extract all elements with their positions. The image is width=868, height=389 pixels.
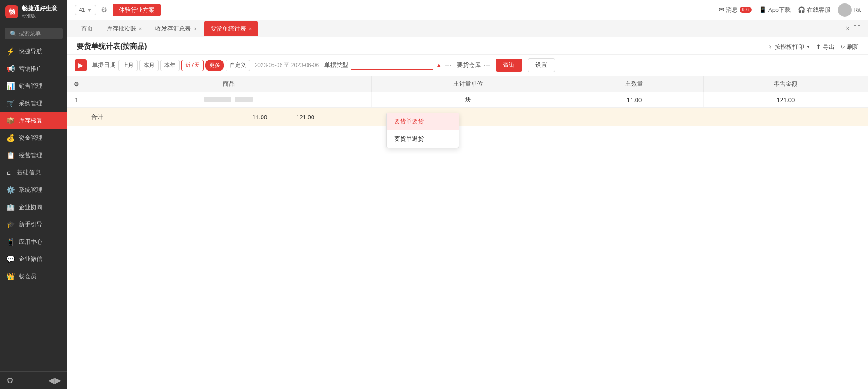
sidebar-item-app[interactable]: 📱 应用中心 xyxy=(0,233,67,251)
message-icon: ✉ xyxy=(719,6,724,13)
message-button[interactable]: ✉ 消息 99+ xyxy=(719,6,752,14)
filter-settings-button[interactable]: 设置 xyxy=(528,58,555,72)
sidebar-item-system[interactable]: ⚙️ 系统管理 xyxy=(0,181,67,199)
tab-close-all-icon[interactable]: × xyxy=(846,25,850,33)
export-icon: ⬆ xyxy=(816,43,821,50)
filter-date-7days[interactable]: 近7天 xyxy=(181,60,204,71)
page-content: 要货单统计表(按商品) 🖨 按模板打印 ▼ ⬆ 导出 ↻ 刷新 xyxy=(67,37,868,389)
purchase-icon: 🛒 xyxy=(6,99,15,107)
wechat-icon: 💬 xyxy=(6,255,15,263)
refresh-button[interactable]: ↻ 刷新 xyxy=(840,43,859,51)
filter-quick-buttons: 上月 本月 本年 近7天 更多 自定义 xyxy=(118,60,250,71)
sidebar-item-wechat[interactable]: 💬 企业微信 xyxy=(0,251,67,268)
sidebar-item-purchase[interactable]: 🛒 采购管理 xyxy=(0,95,67,112)
page-title: 要货单统计表(按商品) xyxy=(77,42,147,51)
message-badge: 99+ xyxy=(740,7,752,13)
sidebar-nav: ⚡ 快捷导航 📢 营销推广 📊 销售管理 🛒 采购管理 📦 库存核算 💰 资金管… xyxy=(0,43,67,371)
filter-bar: ▶ 单据日期 上月 本月 本年 近7天 更多 自定义 2023-05-06 至 … xyxy=(67,54,868,76)
tab-close-icon[interactable]: × xyxy=(139,26,142,31)
print-button[interactable]: 🖨 按模板打印 ▼ xyxy=(767,43,811,51)
sidebar-logo: 畅 xyxy=(5,5,18,18)
tabs-bar: 首页 库存批次账 × 收发存汇总表 × 要货单统计表 × × ⛶ xyxy=(67,20,868,37)
tab-close-icon[interactable]: × xyxy=(249,26,252,31)
phone-icon: 📱 xyxy=(759,6,766,13)
dropdown-item-return[interactable]: 要货单退货 xyxy=(387,130,459,148)
settings-icon[interactable]: ⚙ xyxy=(6,375,14,385)
sidebar-item-sales[interactable]: 📊 销售管理 xyxy=(0,77,67,95)
export-label: 导出 xyxy=(823,43,835,51)
search-icon: 🔍 xyxy=(10,31,17,37)
filter-warehouse-more[interactable]: ··· xyxy=(483,61,490,70)
sidebar-item-label: 基础信息 xyxy=(17,169,41,177)
filter-more-button[interactable]: ··· xyxy=(445,61,452,70)
sidebar-item-enterprise[interactable]: 🏢 企业协同 xyxy=(0,199,67,216)
enterprise-icon: 🏢 xyxy=(6,203,15,211)
filter-type-arrow-up[interactable]: ▲ xyxy=(436,61,442,69)
td-amount: 121.00 xyxy=(703,92,868,108)
sidebar-item-label: 系统管理 xyxy=(19,186,42,194)
service-button[interactable]: 🎧 在线客服 xyxy=(798,6,831,14)
th-unit: 主计量单位 xyxy=(371,76,565,92)
filter-date-more[interactable]: 更多 xyxy=(205,60,224,71)
filter-type-label: 单据类型 xyxy=(324,61,348,69)
filter-expand-button[interactable]: ▶ xyxy=(75,59,87,71)
guide-icon: 🎓 xyxy=(6,220,15,229)
topbar-right: ✉ 消息 99+ 📱 App下载 🎧 在线客服 Rit xyxy=(719,3,861,17)
sidebar-footer: ⚙ ◀▶ xyxy=(0,371,67,389)
sidebar-item-label: 经营管理 xyxy=(19,151,42,159)
tab-receive-summary[interactable]: 收发存汇总表 × xyxy=(149,21,203,36)
maximize-icon[interactable]: ⛶ xyxy=(853,25,861,33)
filter-date-custom[interactable]: 自定义 xyxy=(226,60,250,71)
topbar-settings-icon[interactable]: ⚙ xyxy=(101,5,107,14)
message-label: 消息 xyxy=(726,6,738,14)
sidebar-item-marketing[interactable]: 📢 营销推广 xyxy=(0,60,67,77)
filter-date-month[interactable]: 本月 xyxy=(139,60,159,71)
sidebar-item-inventory[interactable]: 📦 库存核算 xyxy=(0,112,67,129)
sidebar-item-label: 资金管理 xyxy=(19,134,42,142)
refresh-label: 刷新 xyxy=(847,43,859,51)
sidebar-item-label: 库存核算 xyxy=(19,117,42,125)
sidebar-item-basic[interactable]: 🗂 基础信息 xyxy=(0,164,67,181)
tab-current[interactable]: 要货单统计表 × xyxy=(204,21,258,36)
sidebar-search-label: 搜索菜单 xyxy=(19,30,41,37)
footer-amount: 121.00 xyxy=(282,114,328,121)
sidebar-item-finance[interactable]: 💰 资金管理 xyxy=(0,129,67,147)
sidebar-item-shortcut[interactable]: ⚡ 快捷导航 xyxy=(0,43,67,60)
page-actions: 🖨 按模板打印 ▼ ⬆ 导出 ↻ 刷新 xyxy=(767,43,859,51)
tab-home[interactable]: 首页 xyxy=(75,21,99,36)
dropdown-item-order[interactable]: 要货单要货 xyxy=(387,113,459,130)
filter-type-input[interactable] xyxy=(351,61,433,70)
filter-date-range: 2023-05-06 至 2023-06-06 xyxy=(255,61,319,69)
app-download-button[interactable]: 📱 App下载 xyxy=(759,6,791,14)
app-label: App下载 xyxy=(768,6,791,14)
export-button[interactable]: ⬆ 导出 xyxy=(816,43,835,51)
sidebar-search[interactable]: 🔍 搜索菜单 xyxy=(5,28,63,39)
goods-blurred2 xyxy=(235,97,253,102)
user-label: Rit xyxy=(853,6,861,13)
filter-date-year[interactable]: 本年 xyxy=(160,60,180,71)
filter-date-up[interactable]: 上月 xyxy=(118,60,138,71)
sidebar-item-guide[interactable]: 🎓 新手引导 xyxy=(0,216,67,233)
sidebar-item-operation[interactable]: 📋 经营管理 xyxy=(0,147,67,164)
tab-home-label: 首页 xyxy=(81,25,93,33)
td-goods xyxy=(86,92,371,108)
topbar-dropdown[interactable]: 41 ▼ xyxy=(75,5,96,15)
th-settings[interactable]: ⚙ xyxy=(67,76,86,92)
footer-label: 合计 xyxy=(91,113,182,121)
collapse-icon[interactable]: ◀▶ xyxy=(48,375,61,385)
td-quantity: 11.00 xyxy=(565,92,704,108)
tab-receive-summary-label: 收发存汇总表 xyxy=(155,25,191,33)
app-icon: 📱 xyxy=(6,238,15,246)
tab-inventory-batch[interactable]: 库存批次账 × xyxy=(100,21,148,36)
main-wrapper: 41 ▼ ⚙ 体验行业方案 ✉ 消息 99+ 📱 App下载 🎧 在线客服 R xyxy=(67,0,868,389)
th-amount: 零售金额 xyxy=(703,76,868,92)
sidebar-item-label: 畅会员 xyxy=(19,272,36,281)
tab-close-icon[interactable]: × xyxy=(194,26,196,31)
footer-quantity: 11.00 xyxy=(237,114,282,121)
goods-blurred xyxy=(204,97,231,102)
user-menu[interactable]: Rit xyxy=(838,3,861,17)
filter-search-button[interactable]: 查询 xyxy=(496,59,522,72)
trial-button[interactable]: 体验行业方案 xyxy=(113,4,161,16)
chevron-down-icon: ▼ xyxy=(87,7,92,13)
sidebar-item-member[interactable]: 👑 畅会员 xyxy=(0,268,67,285)
